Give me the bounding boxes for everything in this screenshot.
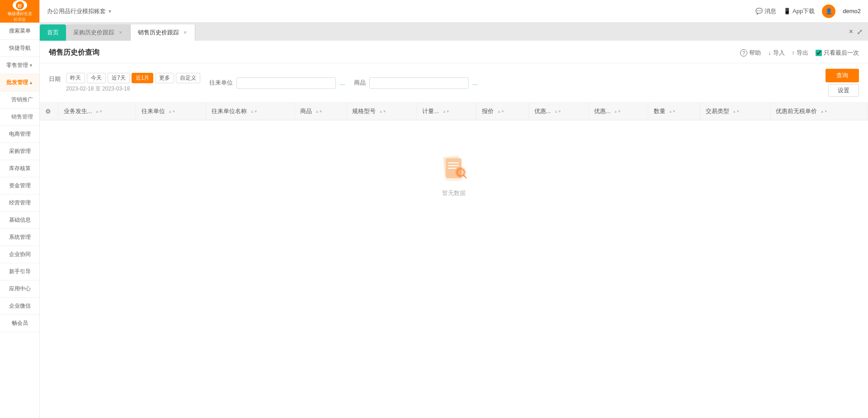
tab-purchase-history-close[interactable]: ×: [118, 28, 123, 37]
th-trade-type[interactable]: 交易类型 ▲▼: [700, 103, 770, 120]
page-header-actions: ? 帮助 ↓ 导入 ↑ 导出 只看最后一次: [740, 49, 859, 57]
wholesale-mgmt-arrow: ▲: [29, 80, 33, 85]
query-button[interactable]: 查询: [826, 69, 859, 82]
sidebar-item-enterprise-wechat[interactable]: 企业微信: [0, 298, 39, 315]
tab-sales-history-label: 销售历史价跟踪: [138, 28, 179, 37]
company-dropdown-icon[interactable]: ▾: [108, 8, 111, 14]
tab-bar: 首页 采购历史价跟踪 × 销售历史价跟踪 × × ⤢: [40, 23, 868, 41]
tab-sales-history-close[interactable]: ×: [183, 28, 188, 37]
date-range-text: 2023-02-18 至 2023-03-18: [66, 85, 200, 93]
date-btn-last7days[interactable]: 近7天: [108, 73, 130, 83]
sidebar-item-member[interactable]: 畅会员: [0, 315, 39, 332]
help-action[interactable]: ? 帮助: [740, 49, 761, 57]
date-btn-yesterday[interactable]: 昨天: [66, 73, 85, 83]
contact-code-sort-icon: ▲▼: [168, 109, 175, 114]
help-icon: ?: [740, 49, 747, 57]
retail-mgmt-arrow: ▼: [29, 63, 33, 68]
th-contact-code[interactable]: 往来单位 ▲▼: [136, 103, 206, 120]
sidebar-item-system-mgmt[interactable]: 系统管理: [0, 229, 39, 246]
product-filter-input[interactable]: [369, 77, 469, 89]
th-discount1[interactable]: 优惠... ▲▼: [528, 103, 588, 120]
spec-sort-icon: ▲▼: [379, 109, 387, 114]
help-label: 帮助: [749, 49, 761, 57]
th-price-label: 报价: [482, 108, 494, 114]
contact-filter-dots[interactable]: ...: [340, 79, 345, 86]
message-action[interactable]: 💬 消息: [755, 7, 776, 15]
discount2-sort-icon: ▲▼: [614, 109, 621, 114]
app-download-action[interactable]: 📱 App下载: [783, 7, 815, 15]
quantity-sort-icon: ▲▼: [669, 109, 676, 114]
sidebar-item-retail-mgmt[interactable]: 零售管理 ▼: [0, 57, 39, 74]
tab-home-label: 首页: [47, 28, 59, 37]
th-unit[interactable]: 计量... ▲▼: [417, 103, 476, 120]
tab-sales-history[interactable]: 销售历史价跟踪 ×: [131, 24, 195, 41]
product-filter-dots[interactable]: ...: [472, 79, 478, 86]
date-filters: 昨天 今天 近7天 近1月 更多 自定义 2023-02-18 至 2023-0…: [66, 73, 200, 93]
th-discount2[interactable]: 优惠... ▲▼: [588, 103, 648, 120]
sidebar-item-search-menu[interactable]: 搜索菜单: [0, 23, 39, 40]
th-spec[interactable]: 规格型号 ▲▼: [346, 103, 416, 120]
app-download-icon: 📱: [783, 8, 791, 14]
sidebar-item-purchase-mgmt[interactable]: 采购管理: [0, 143, 39, 160]
sidebar-item-operations[interactable]: 经营管理: [0, 195, 39, 212]
th-pretax-price[interactable]: 优惠前无税单价 ▲▼: [770, 103, 868, 120]
sidebar-item-quick-nav[interactable]: 快捷导航: [0, 40, 39, 57]
th-product[interactable]: 商品 ▲▼: [294, 103, 346, 120]
tab-window-actions: × ⤢: [844, 23, 868, 41]
date-btn-more[interactable]: 更多: [155, 73, 174, 83]
filter-row-date: 日期 昨天 今天 近7天 近1月 更多 自定义 2023-02-18 至 202…: [49, 73, 200, 93]
import-action[interactable]: ↓ 导入: [768, 49, 785, 57]
message-icon: 💬: [755, 8, 763, 14]
app-logo[interactable]: 好 畅捷通好生意 标准版: [0, 0, 39, 23]
last-only-label: 只看最后一次: [824, 49, 859, 57]
topbar-title: 办公用品行业模拟账套 ▾: [47, 7, 750, 15]
date-btn-today[interactable]: 今天: [87, 73, 106, 83]
th-price[interactable]: 报价 ▲▼: [476, 103, 528, 120]
app-name: 畅捷通好生意: [8, 11, 32, 16]
date-btn-custom[interactable]: 自定义: [176, 73, 200, 83]
th-spec-label: 规格型号: [352, 108, 376, 114]
sidebar-item-ecom-mgmt[interactable]: 电商管理: [0, 126, 39, 143]
maximize-window-icon[interactable]: ⤢: [857, 28, 863, 36]
export-action[interactable]: ↑ 导出: [792, 49, 809, 57]
trade-type-sort-icon: ▲▼: [732, 109, 740, 114]
table-settings-gear-icon[interactable]: ⚙: [45, 108, 51, 115]
import-label: 导入: [773, 49, 785, 57]
contact-filter-input[interactable]: [236, 77, 336, 89]
sidebar-item-finance[interactable]: 资金管理: [0, 177, 39, 195]
filter-area: 日期 昨天 今天 近7天 近1月 更多 自定义 2023-02-18 至 202…: [40, 63, 868, 103]
sidebar-item-app-center[interactable]: 应用中心: [0, 280, 39, 298]
message-label: 消息: [764, 7, 776, 15]
close-window-icon[interactable]: ×: [849, 28, 853, 36]
retail-mgmt-label: 零售管理: [6, 62, 28, 69]
sidebar-item-wholesale-mgmt[interactable]: 批发管理 ▲: [0, 74, 39, 91]
th-contact-name[interactable]: 往来单位名称 ▲▼: [206, 103, 295, 120]
discount1-sort-icon: ▲▼: [554, 109, 561, 114]
username: demo2: [843, 8, 861, 14]
page-title: 销售历史价查询: [49, 48, 99, 57]
tab-home[interactable]: 首页: [40, 24, 66, 41]
page-content: 销售历史价查询 ? 帮助 ↓ 导入 ↑ 导出 只看最后一次: [40, 41, 868, 418]
date-btn-last1month[interactable]: 近1月: [132, 73, 154, 83]
app-edition: 标准版: [14, 17, 26, 23]
sidebar-item-newbie-guide[interactable]: 新手引导: [0, 263, 39, 280]
price-sort-icon: ▲▼: [497, 109, 505, 114]
settings-button[interactable]: 设置: [828, 84, 859, 97]
user-avatar[interactable]: 👤: [822, 5, 835, 18]
date-btn-group: 昨天 今天 近7天 近1月 更多 自定义: [66, 73, 200, 83]
tab-purchase-history[interactable]: 采购历史价跟踪 ×: [66, 24, 131, 41]
sidebar-item-marketing[interactable]: 营销推广: [0, 91, 39, 109]
app-download-label: App下载: [793, 7, 815, 15]
sidebar-item-enterprise-agreement[interactable]: 企业协同: [0, 246, 39, 263]
sidebar-item-inventory[interactable]: 库存核算: [0, 160, 39, 177]
export-label: 导出: [797, 49, 808, 57]
sidebar-item-sales-mgmt[interactable]: 销售管理: [0, 109, 39, 126]
empty-state-text: 暂无数据: [442, 189, 466, 197]
main-content: 办公用品行业模拟账套 ▾ 💬 消息 📱 App下载 👤 demo2 首页 采购历…: [40, 0, 868, 418]
table-area: ⚙ 业务发生... ▲▼ 往来单位 ▲▼ 往来单位名称 ▲▼: [40, 103, 868, 418]
th-biz-date-label: 业务发生...: [64, 108, 92, 114]
sidebar-item-basic-info[interactable]: 基础信息: [0, 212, 39, 229]
th-biz-date[interactable]: 业务发生... ▲▼: [58, 103, 136, 120]
last-only-checkbox[interactable]: [816, 50, 822, 56]
th-quantity[interactable]: 数量 ▲▼: [648, 103, 700, 120]
